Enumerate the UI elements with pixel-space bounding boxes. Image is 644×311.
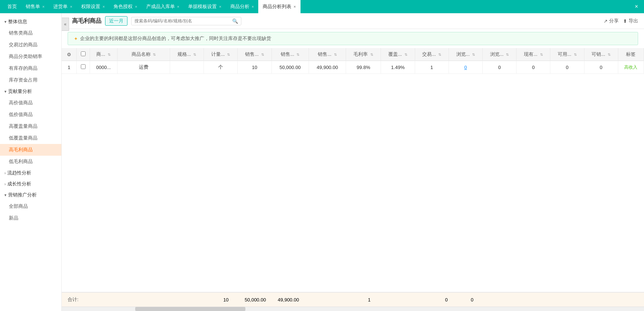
window-close-button[interactable]: ×: [632, 3, 641, 10]
info-icon: ✦: [74, 36, 78, 41]
arrow-icon2: ▾: [4, 89, 7, 94]
col-saleable-stock[interactable]: 可销... ⇅: [584, 48, 618, 61]
sidebar-item-low-value[interactable]: 低价值商品: [0, 109, 61, 120]
nav-sales-order[interactable]: 销售单 ×: [21, 0, 49, 13]
arrow-icon: ▾: [4, 19, 7, 24]
col-checkbox: [76, 48, 90, 61]
sidebar-group-contribution[interactable]: ▾ 贡献量分析: [0, 86, 61, 97]
scrollbar-thumb[interactable]: [135, 307, 245, 311]
data-table: ⚙ 商... ⇅ 商品名称 ⇅: [62, 48, 644, 74]
sidebar-item-category-rate[interactable]: 商品分类助销率: [0, 51, 61, 62]
sidebar-group-overall[interactable]: ▾ 整体信息: [0, 16, 61, 27]
footer-sales-profit: 49,900.00: [272, 297, 305, 303]
footer-spacer4: [191, 297, 213, 303]
nav-template-settings[interactable]: 单据模板设置 ×: [184, 0, 226, 13]
sidebar-item-stocked-goods[interactable]: 有库存的商品: [0, 62, 61, 74]
col-sales-amount[interactable]: 销售... ⇅: [271, 48, 309, 61]
cell-sales-qty: 10: [238, 61, 271, 74]
col-sales-qty[interactable]: 销售... ⇅: [238, 48, 271, 61]
cell-code: 0000...: [90, 61, 117, 74]
col-trade[interactable]: 交易... ⇅: [415, 48, 449, 61]
arrow-icon4: ›: [4, 182, 6, 186]
export-icon: ⬆: [623, 18, 627, 24]
sidebar-item-low-margin[interactable]: 低毛利商品: [0, 156, 61, 167]
row-checkbox[interactable]: [81, 64, 86, 69]
content-header: 高毛利商品 近一月 🔍 ↗ 分享 ⬆ 导出: [62, 13, 644, 29]
sort-icon2: ⇅: [153, 53, 156, 57]
search-box: 🔍: [131, 17, 241, 25]
sidebar-group-trend[interactable]: › 流趋性分析: [0, 167, 61, 178]
footer-spacer1: [97, 297, 125, 303]
col-tag[interactable]: 标签: [618, 48, 644, 61]
cell-sales-profit: 49,900.00: [309, 61, 346, 74]
col-code[interactable]: 商... ⇅: [90, 48, 117, 61]
share-button[interactable]: ↗ 分享: [604, 18, 619, 24]
nav-home[interactable]: 首页: [3, 0, 21, 13]
nav-role-auth[interactable]: 角色授权 ×: [109, 0, 141, 13]
nav-purchase-order[interactable]: 进货单 ×: [49, 0, 76, 13]
nav-permission-settings[interactable]: 权限设置 ×: [77, 0, 109, 13]
sidebar-item-sales-goods[interactable]: 销售类商品: [0, 27, 61, 39]
close-sales-order[interactable]: ×: [42, 4, 44, 9]
col-current-stock[interactable]: 现有... ⇅: [517, 48, 550, 61]
cell-index: 1: [62, 61, 76, 74]
cell-name: 运费: [117, 61, 170, 74]
sidebar-item-low-coverage[interactable]: 低覆盖量商品: [0, 132, 61, 144]
sort-icon7: ⇅: [334, 53, 337, 57]
sidebar-item-new-goods[interactable]: 新品: [0, 212, 61, 224]
cell-current-stock: 0: [517, 61, 550, 74]
sort-icon15: ⇅: [608, 53, 611, 57]
footer-spacer6: [331, 297, 356, 303]
sidebar-group-growth[interactable]: › 成长性分析: [0, 178, 61, 189]
sort-icon: ⇅: [108, 53, 111, 57]
settings-icon[interactable]: ⚙: [67, 52, 71, 57]
close-product-analysis[interactable]: ×: [252, 4, 254, 9]
close-product-instock[interactable]: ×: [177, 4, 179, 9]
col-gross-rate[interactable]: 毛利率 ⇅: [346, 48, 381, 61]
col-settings[interactable]: ⚙: [62, 48, 76, 61]
sort-icon8: ⇅: [370, 53, 373, 57]
col-unit[interactable]: 计量... ⇅: [204, 48, 238, 61]
cell-available-stock: 0: [550, 61, 584, 74]
footer-sales-amount: 50,000.00: [239, 297, 272, 303]
sidebar-group-marketing[interactable]: ▾ 营销推广分析: [0, 189, 61, 200]
footer-spacer7: [382, 297, 408, 303]
cell-browse1[interactable]: 0: [449, 61, 482, 74]
sidebar-item-high-coverage[interactable]: 高覆盖量商品: [0, 120, 61, 132]
footer-current-stock: 0: [433, 297, 459, 303]
horizontal-scrollbar[interactable]: [62, 307, 644, 311]
sidebar-item-stock-capital[interactable]: 库存资金占用: [0, 74, 61, 86]
sidebar-item-high-margin[interactable]: 高毛利商品: [0, 144, 61, 156]
col-browse1[interactable]: 浏览... ⇅: [449, 48, 482, 61]
col-name[interactable]: 商品名称 ⇅: [117, 48, 170, 61]
sidebar-item-all-goods[interactable]: 全部商品: [0, 200, 61, 212]
nav-product-instock[interactable]: 产成品入库单 ×: [142, 0, 184, 13]
footer-totals: 合计: 10 50,000.00 49,900.00 1 0 0: [62, 292, 644, 307]
nav-product-analysis[interactable]: 商品分析 ×: [226, 0, 258, 13]
sidebar-item-high-value[interactable]: 高价值商品: [0, 97, 61, 109]
col-sales-profit[interactable]: 销售... ⇅: [309, 48, 346, 61]
col-browse2[interactable]: 浏览... ⇅: [483, 48, 517, 61]
filter-recent-month-button[interactable]: 近一月: [105, 16, 127, 26]
sort-icon9: ⇅: [404, 53, 407, 57]
search-input[interactable]: [134, 18, 232, 23]
close-permission-settings[interactable]: ×: [102, 4, 105, 9]
cell-spec: [170, 61, 204, 74]
col-coverage[interactable]: 覆盖... ⇅: [381, 48, 415, 61]
export-button[interactable]: ⬆ 导出: [623, 18, 638, 24]
close-role-auth[interactable]: ×: [135, 4, 137, 9]
col-available-stock[interactable]: 可用... ⇅: [550, 48, 584, 61]
cell-sales-amount: 50,000.00: [271, 61, 309, 74]
search-icon[interactable]: 🔍: [232, 18, 238, 24]
sort-icon13: ⇅: [540, 53, 543, 57]
col-spec[interactable]: 规格... ⇅: [170, 48, 204, 61]
sidebar-collapse-button[interactable]: «: [62, 18, 69, 31]
close-product-analysis-list[interactable]: ×: [294, 4, 296, 9]
table-header-row: ⚙ 商... ⇅ 商品名称 ⇅: [62, 48, 644, 61]
select-all-checkbox[interactable]: [81, 51, 86, 56]
nav-product-analysis-list[interactable]: 商品分析列表 ×: [258, 0, 300, 13]
top-navigation: 首页 销售单 × 进货单 × 权限设置 × 角色授权 × 产成品入库单 × 单据…: [0, 0, 644, 13]
sidebar-item-traded-goods[interactable]: 交易过的商品: [0, 39, 61, 51]
close-purchase-order[interactable]: ×: [70, 4, 72, 9]
close-template-settings[interactable]: ×: [219, 4, 221, 9]
